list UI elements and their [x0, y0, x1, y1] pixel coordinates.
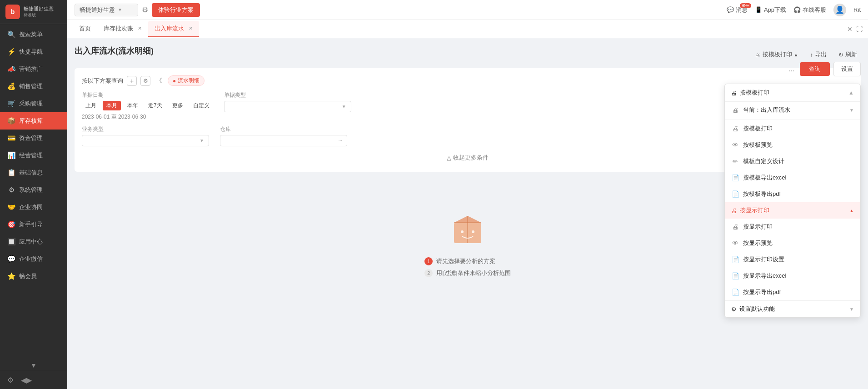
sidebar-item-finance[interactable]: 💳 资金管理: [0, 130, 67, 147]
sidebar-item-apps[interactable]: 🔲 应用中心: [0, 233, 67, 250]
export-button[interactable]: ↑ 导出: [807, 49, 831, 60]
template-print-button[interactable]: 🖨 按模板打印 ▲: [751, 49, 802, 60]
filter-collapse-button[interactable]: 《: [154, 76, 164, 86]
dropdown-footer[interactable]: ⚙ 设置默认功能 ▼: [725, 300, 860, 317]
empty-illustration: [445, 204, 490, 250]
doc-type-select[interactable]: ▼: [224, 101, 351, 112]
topbar: 畅捷通好生意 ▼ ⚙ 体验行业方案 💬 消息 99+ 📱 App下载 🎧 在线客…: [67, 0, 868, 20]
sidebar-item-guide[interactable]: 🎯 新手引导: [0, 216, 67, 233]
filter-settings-button[interactable]: ⚙: [140, 76, 150, 86]
sidebar-item-member[interactable]: ⭐ 畅会员: [0, 268, 67, 285]
megaphone-icon: 📣: [7, 65, 15, 73]
warehouse-select[interactable]: ···: [220, 135, 347, 146]
dropdown-header: 🖨 按模板打印 ▲: [725, 84, 860, 102]
star-icon: ⭐: [7, 272, 15, 280]
tab-flowwater[interactable]: 出入库流水 ✕: [148, 21, 199, 37]
dropdown-footer-text: ⚙ 设置默认功能: [731, 305, 775, 313]
topbar-brand[interactable]: 畅捷通好生意 ▼: [75, 4, 138, 16]
shortcut-more[interactable]: 更多: [169, 101, 187, 110]
dropdown-template-print[interactable]: 🖨 按模板打印: [725, 120, 860, 137]
settings-bottom-icon[interactable]: ⚙: [7, 376, 14, 384]
display-excel-icon: 📄: [731, 272, 739, 279]
sidebar-item-purchase[interactable]: 🛒 采购管理: [0, 95, 67, 112]
sidebar-item-system[interactable]: ⚙ 系统管理: [0, 181, 67, 199]
topbar-left: 畅捷通好生意 ▼ ⚙ 体验行业方案: [75, 3, 721, 17]
tab-close-flowwater[interactable]: ✕: [189, 25, 193, 31]
shortcut-this-month[interactable]: 本月: [103, 101, 121, 110]
printer-icon: 🖨: [755, 51, 761, 58]
footer-chevron-icon: ▼: [849, 307, 854, 312]
list-icon: 📋: [7, 169, 15, 177]
phone-icon: 📱: [755, 6, 762, 13]
box-icon: 📦: [7, 117, 15, 125]
brand-chevron-icon: ▼: [118, 7, 122, 12]
settings-button[interactable]: 设置: [833, 62, 861, 76]
sidebar-item-wechat[interactable]: 💬 企业微信: [0, 250, 67, 268]
dropdown-current[interactable]: 🖨 当前：出入库流水 ▼: [725, 102, 860, 118]
filter-tag-flowwater[interactable]: ● 流水明细: [168, 75, 205, 86]
current-icon: 🖨: [731, 106, 739, 114]
filter-add-button[interactable]: +: [127, 76, 137, 86]
more-dots-button[interactable]: ...: [787, 65, 796, 73]
export-icon: ↑: [810, 51, 813, 58]
tab-home[interactable]: 首页: [73, 21, 97, 37]
collapse-icon[interactable]: ◀▶: [21, 376, 32, 384]
app-logo-text: 畅捷通好生意 标准版: [24, 5, 54, 18]
trial-button[interactable]: 体验行业方案: [152, 3, 200, 17]
app-download-button[interactable]: 📱 App下载: [755, 6, 786, 14]
topbar-gear-icon[interactable]: ⚙: [142, 5, 148, 14]
current-chevron-icon: ▼: [849, 108, 854, 113]
dropdown-collapse-icon[interactable]: ▲: [848, 90, 854, 96]
sidebar-item-marketing[interactable]: 📣 营销推广: [0, 60, 67, 78]
date-range-display: 2023-06-01 至 2023-06-30: [82, 113, 213, 121]
sidebar-item-collab[interactable]: 🤝 企业协同: [0, 199, 67, 216]
display-print-icon: 🖨: [731, 207, 737, 214]
display-print-section-header[interactable]: 🖨 按显示打印 ▲: [725, 202, 860, 219]
dropdown-template-custom[interactable]: ✏ 模板自定义设计: [725, 153, 860, 170]
dropdown-display-settings[interactable]: 📄 按显示打印设置: [725, 251, 860, 268]
sidebar-item-shortcut[interactable]: ⚡ 快捷导航: [0, 43, 67, 60]
dropdown-template-preview[interactable]: 👁 按模板预览: [725, 137, 860, 153]
dropdown-display-excel[interactable]: 📄 按显示导出excel: [725, 268, 860, 284]
dropdown-template-excel[interactable]: 📄 按模板导出excel: [725, 170, 860, 186]
sidebar-item-operations[interactable]: 📊 经营管理: [0, 147, 67, 164]
biz-type-select[interactable]: ▼: [82, 135, 209, 146]
online-service-button[interactable]: 🎧 在线客服: [793, 6, 826, 14]
shortcut-this-year[interactable]: 本年: [124, 101, 142, 110]
tab-close-batch[interactable]: ✕: [138, 25, 142, 31]
notification-button[interactable]: 💬 消息 99+: [727, 6, 748, 14]
sidebar-scroll-down[interactable]: ▼: [0, 360, 67, 371]
query-button[interactable]: 查询: [800, 62, 830, 76]
dropdown-scrollable: 🖨 当前：出入库流水 ▼ 🖨 按模板打印 👁 按模板预览 ✏ 模板自定义设计: [725, 102, 860, 300]
wechat-icon: 💬: [7, 255, 15, 263]
refresh-button[interactable]: ↻ 刷新: [835, 49, 861, 60]
sidebar-item-inventory[interactable]: 📦 库存核算: [0, 112, 67, 130]
sidebar-item-sales[interactable]: 💰 销售管理: [0, 78, 67, 95]
shortcut-7days[interactable]: 近7天: [145, 101, 166, 110]
display-print-item-icon: 🖨: [731, 223, 739, 230]
dropdown-template-pdf[interactable]: 📄 按模板导出pdf: [725, 186, 860, 202]
close-window-icon[interactable]: ✕: [847, 25, 853, 33]
warehouse-more-icon[interactable]: ···: [339, 138, 342, 143]
svg-point-5: [472, 230, 474, 233]
excel-icon: 📄: [731, 174, 739, 181]
main-wrapper: 畅捷通好生意 ▼ ⚙ 体验行业方案 💬 消息 99+ 📱 App下载 🎧 在线客…: [67, 0, 868, 389]
money-icon: 💰: [7, 82, 15, 90]
user-avatar[interactable]: 👤: [833, 4, 846, 16]
chevron-up-icon: △: [447, 155, 451, 161]
maximize-icon[interactable]: ⛶: [856, 25, 863, 33]
display-print-section-title: 🖨 按显示打印: [731, 206, 769, 214]
bell-icon: 💬: [727, 6, 734, 13]
dropdown-display-pdf[interactable]: 📄 按显示导出pdf: [725, 284, 860, 300]
dropdown-display-print[interactable]: 🖨 按显示打印: [725, 219, 860, 235]
shortcut-custom[interactable]: 自定义: [190, 101, 213, 110]
sidebar-menu: 🔍 搜索菜单 ⚡ 快捷导航 📣 营销推广 💰 销售管理 🛒 采购管理 📦 库存核…: [0, 24, 67, 360]
sidebar-item-search[interactable]: 🔍 搜索菜单: [0, 26, 67, 43]
preview-icon: 👁: [731, 141, 739, 149]
sidebar-item-basic[interactable]: 📋 基础信息: [0, 164, 67, 181]
tab-batch[interactable]: 库存批次账 ✕: [97, 21, 148, 37]
shortcut-last-month[interactable]: 上月: [82, 101, 100, 110]
username-label[interactable]: Rit: [853, 6, 861, 13]
pdf-icon: 📄: [731, 190, 739, 198]
dropdown-display-preview[interactable]: 👁 按显示预览: [725, 235, 860, 251]
